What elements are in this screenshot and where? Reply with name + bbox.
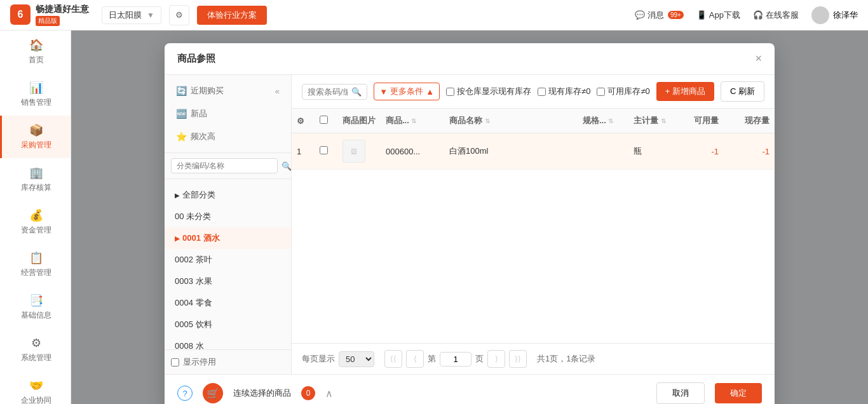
category-0001-label: 0001 酒水 xyxy=(182,232,220,244)
product-table: ⚙ 商品图片 商品... ⇅ xyxy=(292,109,775,170)
category-00[interactable]: 00 未分类 xyxy=(165,206,291,227)
sidebar-item-purchase[interactable]: 📦 采购管理 xyxy=(0,116,71,158)
modal-close-button[interactable]: × xyxy=(755,52,762,65)
cart-button[interactable]: 🛒 xyxy=(203,383,223,403)
sidebar-item-home[interactable]: 🏠 首页 xyxy=(0,30,71,73)
category-all[interactable]: ▶ 全部分类 xyxy=(165,184,291,206)
row-checkbox[interactable] xyxy=(320,146,328,154)
next-page-button[interactable]: ⟩ xyxy=(487,350,505,368)
page-number-input[interactable] xyxy=(440,352,471,367)
footer-collapse-icon[interactable]: ∧ xyxy=(325,387,333,400)
sidebar-label-home: 首页 xyxy=(29,55,44,65)
first-page-button[interactable]: ⟨⟨ xyxy=(384,350,402,368)
col-header-settings[interactable]: ⚙ xyxy=(292,109,315,133)
category-0003[interactable]: 0003 水果 xyxy=(165,271,291,292)
category-0008[interactable]: 0008 水 xyxy=(165,335,291,349)
message-button[interactable]: 💬 消息 99+ xyxy=(635,10,684,21)
online-service-label: 在线客服 xyxy=(766,10,799,21)
sidebar-item-collab[interactable]: 🤝 企业协同 xyxy=(0,371,71,404)
username: 徐泽华 xyxy=(833,10,858,21)
sidebar-label-basic: 基础信息 xyxy=(21,310,51,321)
quick-new-label: 新品 xyxy=(191,108,207,119)
store-selector[interactable]: 日太阳膜 ▼ xyxy=(102,6,161,24)
sidebar-item-system[interactable]: ⚙ 系统管理 xyxy=(0,328,71,371)
category-0001[interactable]: ▶ 0001 酒水 xyxy=(165,227,291,249)
sort-spec-icon[interactable]: ⇅ xyxy=(608,118,613,125)
category-list: ▶ 全部分类 00 未分类 ▶ 0001 酒水 0002 茶 xyxy=(165,179,291,349)
available-stock-checkbox-item[interactable]: 可用库存≠0 xyxy=(597,86,649,97)
table-row[interactable]: 1 🖼 000600... 白酒100ml xyxy=(292,133,775,170)
trial-button[interactable]: 体验行业方案 xyxy=(197,6,267,25)
row-check[interactable] xyxy=(315,133,337,170)
refresh-button[interactable]: C 刷新 xyxy=(721,81,764,102)
col-header-code: 商品... ⇅ xyxy=(381,109,444,133)
select-all-checkbox[interactable] xyxy=(320,116,328,124)
confirm-button[interactable]: 确定 xyxy=(715,383,762,403)
sidebar-item-inventory[interactable]: 🏢 库存核算 xyxy=(0,158,71,201)
sort-code-icon[interactable]: ⇅ xyxy=(411,118,416,125)
sort-name-icon[interactable]: ⇅ xyxy=(485,118,490,125)
category-0004[interactable]: 0004 零食 xyxy=(165,292,291,314)
page-total: 共1页，1条记录 xyxy=(537,353,595,365)
sidebar-item-basic[interactable]: 📑 基础信息 xyxy=(0,286,71,328)
pagination: ⟨⟨ ⟨ 第 页 ⟩ ⟩⟩ xyxy=(384,350,527,368)
finance-icon: 💰 xyxy=(29,208,43,222)
sidebar-label-operation: 经营管理 xyxy=(21,267,51,278)
star-icon: ⭐ xyxy=(176,131,187,142)
page-unit: 页 xyxy=(475,353,484,365)
prev-page-button[interactable]: ⟨ xyxy=(406,350,424,368)
current-stock-checkbox-item[interactable]: 现有库存≠0 xyxy=(538,86,590,97)
online-service-button[interactable]: 🎧 在线客服 xyxy=(753,10,799,21)
user-avatar[interactable]: 徐泽华 xyxy=(811,6,858,24)
add-product-button[interactable]: + 新增商品 xyxy=(656,82,714,101)
main-content: 商品参照 × 🔄 近期购买 « xyxy=(71,30,868,404)
logo-area: 6 畅捷通好生意 精品版 xyxy=(10,4,89,26)
show-disabled-checkbox[interactable] xyxy=(171,358,179,367)
category-0002[interactable]: 0002 茶叶 xyxy=(165,249,291,271)
nav-right: 💬 消息 99+ 📱 App下载 🎧 在线客服 徐泽华 xyxy=(635,6,858,24)
quick-frequent-label: 频次高 xyxy=(191,131,215,142)
quick-recent[interactable]: 🔄 近期购买 « xyxy=(171,81,285,100)
col-header-check[interactable] xyxy=(315,109,337,133)
top-nav: 6 畅捷通好生意 精品版 日太阳膜 ▼ ⚙ 体验行业方案 💬 消息 99+ 📱 … xyxy=(0,0,868,30)
page-size-label: 每页显示 xyxy=(302,353,335,365)
quick-recent-label: 近期购买 xyxy=(191,85,224,97)
row-unit: 瓶 xyxy=(628,133,673,170)
quick-new[interactable]: 🆕 新品 xyxy=(171,104,285,123)
sidebar-item-finance[interactable]: 💰 资金管理 xyxy=(0,201,71,243)
product-search-input[interactable] xyxy=(308,87,348,97)
col-header-img: 商品图片 xyxy=(337,109,381,133)
sidebar-item-operation[interactable]: 📋 经营管理 xyxy=(0,243,71,286)
page-size-select[interactable]: 50 100 xyxy=(339,351,374,367)
current-stock-checkbox[interactable] xyxy=(538,88,546,96)
available-stock-checkbox[interactable] xyxy=(597,88,605,96)
app-layout: 🏠 首页 📊 销售管理 📦 采购管理 🏢 库存核算 💰 资金管理 📋 经营管理 … xyxy=(0,30,868,404)
app-download-button[interactable]: 📱 App下载 xyxy=(696,10,740,21)
quick-frequent[interactable]: ⭐ 频次高 xyxy=(171,127,285,146)
modal-body: 🔄 近期购买 « 🆕 新品 ⭐ 频次高 xyxy=(165,75,775,374)
category-search-icon[interactable]: 🔍 xyxy=(281,161,292,171)
category-0004-label: 0004 零食 xyxy=(175,297,212,309)
collapse-icon[interactable]: « xyxy=(275,86,280,96)
sidebar-item-sales[interactable]: 📊 销售管理 xyxy=(0,73,71,116)
right-panel: 🔍 ▼ 更多条件 ▲ 按仓库显示现有库存 xyxy=(292,75,775,374)
category-0005[interactable]: 0005 饮料 xyxy=(165,314,291,335)
warehouse-stock-checkbox-item[interactable]: 按仓库显示现有库存 xyxy=(446,86,531,97)
settings-button[interactable]: ⚙ xyxy=(169,5,189,25)
filter-arrow-icon: ▲ xyxy=(426,87,434,97)
help-button[interactable]: ? xyxy=(177,386,193,401)
show-disabled-area: 显示停用 xyxy=(165,349,291,374)
last-page-button[interactable]: ⟩⟩ xyxy=(509,350,527,368)
warehouse-stock-checkbox[interactable] xyxy=(446,88,454,96)
product-search-bar: 🔍 xyxy=(302,84,367,100)
product-reference-modal: 商品参照 × 🔄 近期购买 « xyxy=(165,43,775,404)
category-search-input[interactable] xyxy=(171,158,278,173)
category-0002-label: 0002 茶叶 xyxy=(175,254,212,266)
logo-text-area: 畅捷通好生意 精品版 xyxy=(36,4,89,26)
active-expand-icon: ▶ xyxy=(175,235,180,242)
col-spec-label: 规格... xyxy=(583,116,606,125)
category-0003-label: 0003 水果 xyxy=(175,276,212,287)
filter-button[interactable]: ▼ 更多条件 ▲ xyxy=(374,83,440,100)
cancel-button[interactable]: 取消 xyxy=(656,382,705,404)
sort-unit-icon[interactable]: ⇅ xyxy=(661,118,666,125)
